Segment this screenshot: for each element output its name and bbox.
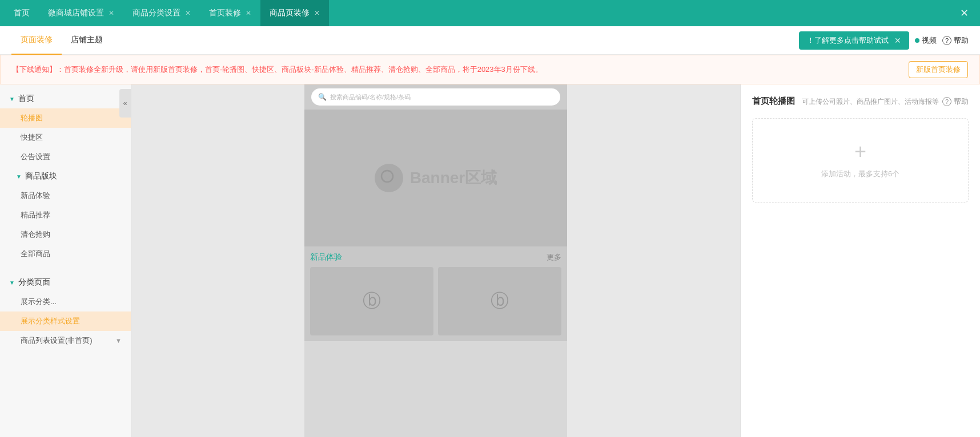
- sidebar: « ▼ 首页 轮播图 快捷区 公告设置 ▼ 商品版块 新品体验: [0, 84, 131, 437]
- store-theme-label: 店铺主题: [71, 35, 103, 45]
- tab-category-settings[interactable]: 商品分类设置 ✕: [123, 0, 200, 26]
- sidebar-section-home-title[interactable]: ▼ 首页: [0, 89, 131, 108]
- help-toast-text: ！了解更多点击帮助试试: [807, 35, 889, 46]
- banner-logo: Banner区域: [375, 164, 497, 192]
- sidebar-item-banner[interactable]: 轮播图: [0, 108, 131, 128]
- help-toast-close-button[interactable]: ✕: [894, 36, 901, 45]
- search-placeholder: 搜索商品编码/名称/规格/条码: [330, 93, 411, 102]
- tab-home-decoration-label: 首页装修: [209, 8, 241, 18]
- add-banner-plus-icon: +: [854, 141, 866, 162]
- banner-text: Banner区域: [410, 167, 497, 189]
- sidebar-item-clearance[interactable]: 清仓抢购: [0, 225, 131, 244]
- sidebar-item-notice-setting[interactable]: 公告设置: [0, 147, 131, 167]
- add-banner-area[interactable]: + 添加活动，最多支持6个: [752, 118, 969, 203]
- page-decoration-label: 页面装修: [21, 35, 53, 45]
- banner-logo-icon: [375, 164, 403, 192]
- right-panel-header: 首页轮播图 可上传公司照片、商品推广图片、活动海报等 ? 帮助: [752, 96, 969, 107]
- search-icon: 🔍: [318, 93, 327, 101]
- phone-search-input: 🔍 搜索商品编码/名称/规格/条码: [311, 88, 560, 106]
- sidebar-section-home: ▼ 首页 轮播图 快捷区 公告设置 ▼ 商品版块 新品体验 精品推荐: [0, 84, 131, 268]
- category-section-label: 分类页面: [18, 277, 50, 288]
- tab-product-decoration-close[interactable]: ✕: [314, 9, 320, 17]
- product-section-header: 新品体验 更多: [310, 252, 561, 262]
- phone-preview: 🔍 搜索商品编码/名称/规格/条码 Banner区域: [304, 84, 567, 437]
- add-banner-text: 添加活动，最多支持6个: [821, 169, 899, 179]
- product-card-2: ⓑ: [438, 267, 561, 335]
- category-style-label: 展示分类样式设置: [21, 317, 80, 325]
- sidebar-item-product-list-setting[interactable]: 商品列表设置(非首页) ▼: [0, 331, 131, 350]
- video-dot-icon: [915, 38, 919, 43]
- clearance-label: 清仓抢购: [21, 230, 50, 238]
- right-panel-help-label: 帮助: [954, 96, 969, 107]
- tab-home-decoration[interactable]: 首页装修 ✕: [200, 0, 260, 26]
- new-version-button[interactable]: 新版首页装修: [909, 61, 968, 78]
- sidebar-section-category: ▼ 分类页面 展示分类... 展示分类样式设置 商品列表设置(非首页) ▼: [0, 268, 131, 355]
- sub-nav: 页面装修 店铺主题 ！了解更多点击帮助试试 ✕ 视频 ? 帮助: [0, 26, 980, 55]
- tab-store-settings[interactable]: 微商城店铺设置 ✕: [39, 0, 123, 26]
- help-toast[interactable]: ！了解更多点击帮助试试 ✕: [799, 31, 909, 50]
- new-experience-label: 新品体验: [21, 191, 50, 200]
- show-category-label: 展示分类...: [21, 297, 57, 306]
- tab-store-settings-close[interactable]: ✕: [109, 9, 114, 17]
- tab-category-settings-label: 商品分类设置: [132, 8, 180, 18]
- banner-area: Banner区域: [304, 110, 567, 246]
- right-panel-title: 首页轮播图: [752, 96, 795, 106]
- tab-category-settings-close[interactable]: ✕: [185, 9, 191, 17]
- tab-home-decoration-close[interactable]: ✕: [246, 9, 251, 17]
- category-arrow-icon: ▼: [9, 280, 15, 286]
- expand-icon: ▼: [115, 337, 122, 344]
- sidebar-collapse-button[interactable]: «: [119, 89, 131, 118]
- product-section-more: 更多: [547, 252, 561, 262]
- tab-product-decoration[interactable]: 商品页装修 ✕: [260, 0, 329, 26]
- notice-setting-item-label: 公告设置: [21, 152, 50, 161]
- product-card-1: ⓑ: [310, 267, 433, 335]
- center-preview: 🔍 搜索商品编码/名称/规格/条码 Banner区域: [131, 84, 740, 437]
- sidebar-item-all-products[interactable]: 全部商品: [0, 244, 131, 264]
- notice-bar: 【下线通知】：首页装修全新升级，请使用新版首页装修，首页-轮播图、快捷区、商品板…: [0, 55, 980, 84]
- product-block-arrow-icon: ▼: [16, 173, 22, 180]
- product-card-icon-1: ⓑ: [363, 289, 381, 314]
- sidebar-item-shortcut[interactable]: 快捷区: [0, 128, 131, 147]
- tab-page-decoration[interactable]: 页面装修: [11, 26, 62, 55]
- notice-text: 【下线通知】：首页装修全新升级，请使用新版首页装修，首页-轮播图、快捷区、商品板…: [12, 64, 543, 75]
- right-panel-desc: 可上传公司照片、商品推广图片、活动海报等: [802, 98, 939, 106]
- tab-home-label: 首页: [14, 8, 30, 18]
- all-products-label: 全部商品: [21, 249, 50, 258]
- sidebar-section-product-block-title[interactable]: ▼ 商品版块: [0, 167, 131, 186]
- product-block-label: 商品版块: [25, 171, 57, 181]
- right-panel: 首页轮播图 可上传公司照片、商品推广图片、活动海报等 ? 帮助 + 添加活动，最…: [740, 84, 980, 437]
- sidebar-item-category-style[interactable]: 展示分类样式设置: [0, 311, 131, 331]
- sidebar-item-new-experience[interactable]: 新品体验: [0, 186, 131, 205]
- product-list-setting-label: 商品列表设置(非首页): [21, 335, 93, 346]
- shortcut-item-label: 快捷区: [21, 133, 43, 141]
- video-link[interactable]: 视频: [915, 35, 937, 46]
- right-panel-question-icon: ?: [942, 97, 951, 106]
- tab-store-settings-label: 微商城店铺设置: [48, 8, 104, 18]
- product-section-title: 新品体验: [310, 252, 342, 262]
- close-all-tabs-button[interactable]: ✕: [953, 7, 975, 19]
- top-right-nav: ！了解更多点击帮助试试 ✕ 视频 ? 帮助: [799, 31, 969, 50]
- tab-home[interactable]: 首页: [5, 0, 39, 26]
- right-panel-help-button[interactable]: ? 帮助: [942, 96, 969, 107]
- question-icon: ?: [942, 36, 951, 45]
- sidebar-item-show-category[interactable]: 展示分类...: [0, 292, 131, 311]
- banner-item-label: 轮播图: [21, 114, 43, 122]
- help-link[interactable]: ? 帮助: [942, 35, 969, 46]
- tab-product-decoration-label: 商品页装修: [270, 8, 310, 18]
- arrow-down-icon: ▼: [9, 96, 15, 102]
- tab-bar: 首页 微商城店铺设置 ✕ 商品分类设置 ✕ 首页装修 ✕ 商品页装修 ✕ ✕: [0, 0, 980, 26]
- premium-label: 精品推荐: [21, 211, 50, 219]
- sidebar-section-category-title[interactable]: ▼ 分类页面: [0, 273, 131, 292]
- sidebar-item-premium[interactable]: 精品推荐: [0, 205, 131, 225]
- help-label: 帮助: [954, 35, 969, 46]
- video-label: 视频: [922, 35, 937, 46]
- main-layout: « ▼ 首页 轮播图 快捷区 公告设置 ▼ 商品版块 新品体验: [0, 84, 980, 437]
- product-section: 新品体验 更多 ⓑ ⓑ: [304, 246, 567, 341]
- product-card-icon-2: ⓑ: [491, 289, 509, 314]
- phone-search-bar: 🔍 搜索商品编码/名称/规格/条码: [304, 84, 567, 110]
- product-grid: ⓑ ⓑ: [310, 267, 561, 335]
- home-section-label: 首页: [18, 94, 34, 104]
- tab-store-theme[interactable]: 店铺主题: [62, 26, 112, 55]
- right-panel-title-group: 首页轮播图 可上传公司照片、商品推广图片、活动海报等: [752, 96, 939, 107]
